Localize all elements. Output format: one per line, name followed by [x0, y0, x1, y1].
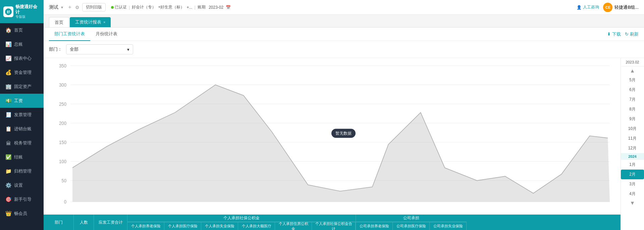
- sidebar-item-label: 报表中心: [14, 55, 32, 61]
- sidebar-item-label: 资金管理: [14, 70, 32, 76]
- sidebar-item-archive[interactable]: 📁 归档管理: [0, 164, 44, 178]
- sidebar-nav: 🏠 首页 📊 总账 📈 报表中心 💰 资金管理 🏢 固定资产 💵 工资 🧾 发票…: [0, 23, 44, 230]
- app-edition: 专版版: [15, 14, 40, 19]
- filter-row: 部门： 全部 ▾: [44, 41, 644, 58]
- assets-icon: 🏢: [5, 84, 11, 90]
- subtab-dept[interactable]: 部门工资统计表: [49, 28, 90, 41]
- table-header: 部门 人数 应发工资合计 个人承担社保公积金 个人承担养老保险 个人承担医疗保险: [44, 215, 621, 230]
- chart-section: 暂无数据 350 300 250 200 150: [44, 58, 621, 230]
- badge-business: +好生意（标）: [158, 4, 184, 10]
- sidebar-item-funds[interactable]: 💰 资金管理: [0, 65, 44, 80]
- sidebar-item-settings[interactable]: ⚙️ 设置: [0, 178, 44, 192]
- date-month-3[interactable]: 3月: [621, 179, 644, 189]
- tab-home[interactable]: 首页: [49, 17, 69, 27]
- date-month-6[interactable]: 6月: [621, 85, 644, 95]
- reports-icon: 📈: [5, 55, 11, 61]
- certified-dot: [111, 6, 114, 9]
- topbar-add-button[interactable]: ＋: [67, 4, 72, 11]
- user-name: 轻捷通B组...: [614, 4, 639, 10]
- date-month-1[interactable]: 1月: [621, 160, 644, 170]
- col-group-company: 公司承担 公司承担养老保险 公司承担医疗保险 公司承担失业保险: [356, 215, 467, 230]
- date-month-8[interactable]: 8月: [621, 104, 644, 114]
- main-content: 测试 ▾ ＋ ⚙ 切到旧版 已认证 | 好会计（专） +好生意（标） +... …: [44, 0, 644, 230]
- app-name: 畅捷通好会计: [15, 4, 40, 14]
- topbar-dropdown-arrow[interactable]: ▾: [61, 5, 63, 10]
- dept-select[interactable]: 全部 ▾: [66, 44, 133, 54]
- date-month-2[interactable]: 2月: [621, 170, 644, 179]
- app-logo-icon: 好: [3, 6, 13, 17]
- tabbar: 首页 工资统计报表 ×: [44, 15, 644, 28]
- help-btn[interactable]: 👤 人工咨询: [577, 4, 599, 10]
- no-data-tooltip: 暂无数据: [331, 129, 356, 138]
- sidebar-item-invoice[interactable]: 🧾 发票管理: [0, 108, 44, 122]
- badge-good-accounting: 好会计（专）: [132, 4, 156, 10]
- sidebar-item-member[interactable]: 👑 畅会员: [0, 206, 44, 221]
- col-headcount: 人数: [74, 215, 94, 230]
- date-month-10[interactable]: 10月: [621, 124, 644, 134]
- tab-close-icon[interactable]: ×: [103, 20, 105, 24]
- home-icon: 🏠: [5, 27, 11, 33]
- sidebar-item-label: 归档管理: [14, 168, 32, 174]
- date-month-4[interactable]: 4月: [621, 189, 644, 199]
- y-label-350: 350: [59, 63, 66, 68]
- y-label-300: 300: [59, 82, 66, 87]
- col-company-pension: 公司承担养老保险: [356, 222, 393, 230]
- topbar-settings-icon[interactable]: ⚙: [75, 5, 79, 10]
- sidebar-item-label: 总账: [14, 41, 23, 47]
- sidebar-item-label: 发票管理: [14, 112, 32, 118]
- tax-icon: 🏛: [5, 140, 11, 146]
- sidebar-item-general-ledger[interactable]: 📊 总账: [0, 37, 44, 51]
- sidebar: 好 畅捷通好会计 专版版 🏠 首页 📊 总账 📈 报表中心 💰 资金管理 🏢 固…: [0, 0, 44, 230]
- sidebar-item-home[interactable]: 🏠 首页: [0, 23, 44, 37]
- download-btn[interactable]: ⬇ 下载: [607, 31, 621, 37]
- subtabs: 部门工资统计表 月份统计表 ⬇ 下载 ↻ 刷新: [44, 28, 644, 41]
- date-panel: 2023.02 ▲ 5月 6月 7月 8月 9月 10月 11月 12月 202…: [621, 58, 644, 230]
- select-chevron-icon: ▾: [127, 47, 129, 52]
- col-personal-total: 个人承担社保公积金合计: [312, 222, 356, 230]
- sidebar-item-tax[interactable]: 🏛 税务管理: [0, 136, 44, 150]
- refresh-icon: ↻: [625, 32, 629, 37]
- date-month-5[interactable]: 5月: [621, 75, 644, 85]
- chart-container: 暂无数据 350 300 250 200 150: [44, 58, 621, 215]
- date-month-11[interactable]: 11月: [621, 134, 644, 143]
- sidebar-item-reports[interactable]: 📈 报表中心: [0, 51, 44, 65]
- date-panel-down[interactable]: ▼: [621, 199, 644, 208]
- ledger-icon: 📊: [5, 41, 11, 47]
- y-label-150: 150: [59, 140, 66, 145]
- sidebar-logo: 好 畅捷通好会计 专版版: [0, 0, 44, 23]
- sidebar-item-guide[interactable]: 🎯 新手引导: [0, 192, 44, 206]
- refresh-btn[interactable]: ↻ 刷新: [625, 31, 639, 37]
- topbar-right: 👤 人工咨询 CE 轻捷通B组...: [577, 3, 639, 12]
- date-year-2024[interactable]: 2024: [621, 153, 644, 160]
- app-name-block: 畅捷通好会计 专版版: [15, 4, 40, 19]
- tab-salary-report[interactable]: 工资统计报表 ×: [70, 17, 111, 27]
- topbar-badges: 已认证 | 好会计（专） +好生意（标） +... | 账期 2023-02 📅: [111, 4, 574, 10]
- group-company-header: 公司承担: [356, 215, 467, 222]
- sidebar-item-closing[interactable]: ✅ 结账: [0, 150, 44, 164]
- subtab-monthly[interactable]: 月份统计表: [90, 28, 123, 41]
- badge-period: 账期 2023-02 📅: [198, 4, 231, 10]
- y-label-50: 50: [61, 178, 66, 183]
- y-label-100: 100: [59, 159, 66, 164]
- col-personal-housing-fund: 个人承担住房公积金: [275, 222, 312, 230]
- sidebar-item-label: 工资: [14, 98, 23, 104]
- date-month-7[interactable]: 7月: [621, 95, 644, 104]
- sidebar-item-purchase-sales[interactable]: 📋 进销台账: [0, 122, 44, 136]
- date-month-9[interactable]: 9月: [621, 114, 644, 124]
- switch-to-old-btn[interactable]: 切到旧版: [82, 3, 106, 11]
- help-icon: 👤: [577, 5, 582, 10]
- sidebar-item-label: 新手引导: [14, 196, 32, 202]
- tab-home-label: 首页: [55, 19, 63, 26]
- sidebar-item-fixed-assets[interactable]: 🏢 固定资产: [0, 80, 44, 94]
- col-company-unemployment: 公司承担失业保险: [430, 222, 467, 230]
- date-month-12[interactable]: 12月: [621, 143, 644, 153]
- topbar: 测试 ▾ ＋ ⚙ 切到旧版 已认证 | 好会计（专） +好生意（标） +... …: [44, 0, 644, 15]
- tab-salary-label: 工资统计报表: [75, 19, 101, 25]
- subtabs-actions: ⬇ 下载 ↻ 刷新: [607, 31, 639, 37]
- dept-filter-label: 部门：: [49, 46, 62, 52]
- sidebar-item-label: 设置: [14, 182, 23, 188]
- sidebar-item-salary[interactable]: 💵 工资: [0, 94, 44, 108]
- user-menu[interactable]: CE 轻捷通B组...: [603, 3, 639, 12]
- date-panel-up[interactable]: ▲: [621, 66, 644, 75]
- y-label-0: 0: [64, 199, 67, 204]
